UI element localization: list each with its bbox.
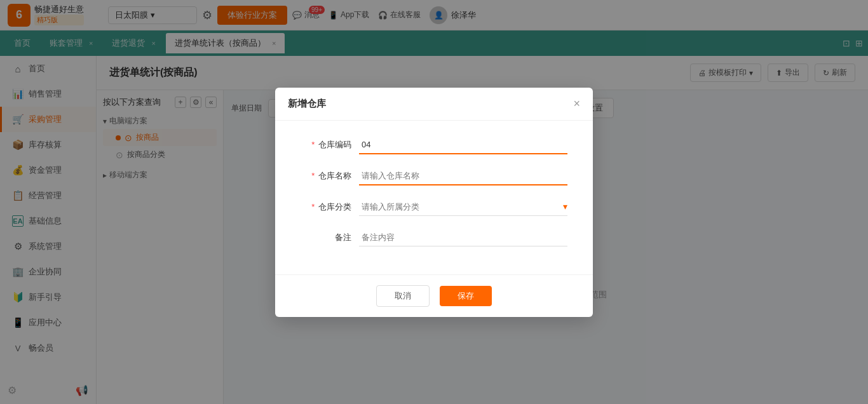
category-select-input[interactable]: [359, 198, 563, 215]
new-warehouse-modal: 新增仓库 × * 仓库编码 * 仓库名称: [275, 88, 593, 317]
category-label: * 仓库分类: [301, 201, 351, 213]
form-row-note: 备注: [301, 229, 567, 246]
required-star-code: *: [311, 140, 315, 149]
modal-footer: 取消 保存: [275, 274, 593, 317]
form-row-code: * 仓库编码: [301, 136, 567, 154]
code-label: * 仓库编码: [301, 139, 351, 151]
category-dropdown-icon[interactable]: ▾: [563, 201, 567, 212]
form-row-name: * 仓库名称: [301, 167, 567, 185]
modal-body: * 仓库编码 * 仓库名称 * 仓库分类: [275, 121, 593, 274]
name-input[interactable]: [359, 167, 567, 185]
required-star-name: *: [311, 171, 315, 180]
cancel-button[interactable]: 取消: [376, 285, 430, 307]
form-row-category: * 仓库分类 ▾: [301, 198, 567, 216]
name-label: * 仓库名称: [301, 170, 351, 182]
modal-overlay[interactable]: 新增仓库 × * 仓库编码 * 仓库名称: [0, 0, 868, 404]
required-star-cat: *: [311, 202, 315, 212]
code-input[interactable]: [359, 136, 567, 154]
modal-close-button[interactable]: ×: [573, 98, 580, 109]
note-input[interactable]: [359, 229, 567, 246]
note-label: 备注: [301, 232, 351, 243]
modal-title: 新增仓库: [288, 98, 326, 110]
save-button[interactable]: 保存: [440, 286, 492, 306]
modal-header: 新增仓库 ×: [275, 88, 593, 121]
category-select-wrapper: ▾: [359, 198, 567, 216]
